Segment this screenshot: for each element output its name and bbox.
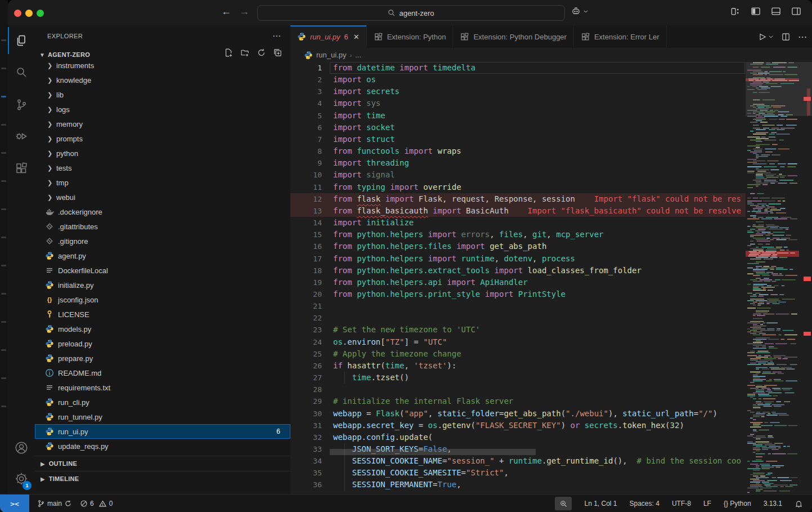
settings-gear-icon[interactable]: 1 <box>8 465 35 492</box>
folder-logs[interactable]: ❯logs <box>35 102 290 117</box>
remote-indicator[interactable]: >< <box>0 495 29 512</box>
python-version[interactable]: 3.13.1 <box>764 500 782 507</box>
explorer-icon[interactable] <box>8 27 35 54</box>
file-requirements.txt[interactable]: requirements.txt <box>35 380 290 395</box>
code-line-7[interactable]: 7import struct <box>290 133 746 145</box>
file-run_tunnel.py[interactable]: run_tunnel.py <box>35 409 290 424</box>
code-line-25[interactable]: 25# Apply the timezone change <box>290 348 746 360</box>
timeline-section[interactable]: ▶ TIMELINE <box>35 471 290 486</box>
code-line-27[interactable]: 27 time.tzset() <box>290 372 746 384</box>
toggle-secondary-sidebar-icon[interactable] <box>791 6 802 17</box>
code-editor[interactable]: 1from datetime import timedelta2import o… <box>290 62 746 494</box>
toggle-panel-icon[interactable] <box>770 6 782 17</box>
code-line-10[interactable]: 10import signal <box>290 169 746 181</box>
split-editor-icon[interactable] <box>781 32 791 42</box>
code-line-36[interactable]: 36 SESSION_PERMANENT=True, <box>290 479 746 491</box>
code-line-16[interactable]: 16from python.helpers.files import get_a… <box>290 241 746 252</box>
editor-more-actions-icon[interactable]: ⋯ <box>798 32 807 42</box>
file-.gitattributes[interactable]: .gitattributes <box>35 219 290 234</box>
run-python-file-button[interactable] <box>757 32 774 42</box>
code-line-11[interactable]: 11from typing import override <box>290 181 746 193</box>
minimap-slider[interactable] <box>746 62 812 116</box>
file-run_ui.py[interactable]: run_ui.py6 <box>35 424 290 439</box>
file-jsconfig.json[interactable]: {}jsconfig.json <box>35 292 290 307</box>
run-and-debug-icon[interactable] <box>8 123 35 150</box>
folder-prompts[interactable]: ❯prompts <box>35 131 290 146</box>
cursor-position[interactable]: Ln 1, Col 1 <box>584 500 617 507</box>
folder-instruments[interactable]: ❯instruments <box>35 61 290 73</box>
branch-item[interactable]: main <box>37 500 72 507</box>
language-mode[interactable]: {} Python <box>724 500 751 507</box>
code-line-14[interactable]: 14import initialize <box>290 217 746 229</box>
file-update_reqs.py[interactable]: update_reqs.py <box>35 439 290 453</box>
customize-layout-icon[interactable] <box>730 6 741 17</box>
code-line-30[interactable]: 30webapp = Flask("app", static_folder=ge… <box>290 408 746 420</box>
minimize-window-button[interactable] <box>25 10 33 17</box>
code-line-31[interactable]: 31webapp.secret_key = os.getenv("FLASK_S… <box>290 420 746 431</box>
code-line-28[interactable]: 28 <box>290 384 746 395</box>
outline-section[interactable]: ▶ OUTLINE <box>35 456 290 471</box>
code-line-5[interactable]: 5import time <box>290 110 746 122</box>
zoom-window-button[interactable] <box>37 10 44 17</box>
navigate-forward-button[interactable]: → <box>239 6 249 17</box>
code-line-13[interactable]: 13from flask_basicauth import BasicAuth … <box>290 205 746 217</box>
folder-python[interactable]: ❯python <box>35 146 290 161</box>
folder-webui[interactable]: ❯webui <box>35 190 290 204</box>
file-models.py[interactable]: models.py <box>35 322 290 336</box>
extensions-icon[interactable] <box>8 155 35 182</box>
new-folder-icon[interactable] <box>240 48 250 57</box>
file-.dockerignore[interactable]: .dockerignore <box>35 204 290 219</box>
file-README.md[interactable]: README.md <box>35 366 290 380</box>
code-line-3[interactable]: 3import secrets <box>290 86 746 97</box>
code-line-2[interactable]: 2import os <box>290 74 746 86</box>
notifications-bell-icon[interactable] <box>795 500 803 508</box>
file-.gitignore[interactable]: .gitignore <box>35 234 290 248</box>
navigate-back-button[interactable]: ← <box>221 6 231 17</box>
code-line-12[interactable]: 12from flask import Flask, request, Resp… <box>290 193 746 205</box>
refresh-icon[interactable] <box>257 48 266 57</box>
code-line-18[interactable]: 18from python.helpers.extract_tools impo… <box>290 265 746 277</box>
tab-extension-error-ler[interactable]: Extension: Error Ler <box>574 25 667 48</box>
horizontal-scrollbar[interactable] <box>330 449 536 455</box>
code-line-26[interactable]: 26if hasattr(time, 'tzset'): <box>290 360 746 372</box>
collapse-folders-icon[interactable] <box>273 48 282 57</box>
close-tab-icon[interactable]: ✕ <box>353 33 360 41</box>
close-window-button[interactable] <box>14 10 21 17</box>
accounts-icon[interactable] <box>8 434 35 461</box>
code-line-19[interactable]: 19from python.helpers.api import ApiHand… <box>290 277 746 288</box>
explorer-more-actions-icon[interactable]: ⋯ <box>272 31 281 41</box>
code-line-1[interactable]: 1from datetime import timedelta <box>290 62 746 74</box>
copilot-icon[interactable] <box>571 6 589 16</box>
code-line-22[interactable]: 22 <box>290 312 746 324</box>
file-prepare.py[interactable]: prepare.py <box>35 351 290 366</box>
toggle-primary-sidebar-icon[interactable] <box>750 6 761 17</box>
file-DockerfileLocal[interactable]: DockerfileLocal <box>35 263 290 278</box>
zoom-indicator-button[interactable] <box>555 497 572 510</box>
tab-extension-python[interactable]: Extension: Python <box>367 25 454 48</box>
code-line-29[interactable]: 29# initialize the internal Flask server <box>290 395 746 407</box>
eol-sequence[interactable]: LF <box>703 500 711 507</box>
code-line-8[interactable]: 8from functools import wraps <box>290 145 746 157</box>
folder-lib[interactable]: ❯lib <box>35 87 290 102</box>
file-initialize.py[interactable]: initialize.py <box>35 278 290 292</box>
file-agent.py[interactable]: agent.py <box>35 248 290 263</box>
code-line-17[interactable]: 17from python.helpers import runtime, do… <box>290 253 746 265</box>
indentation[interactable]: Spaces: 4 <box>630 500 660 507</box>
code-line-24[interactable]: 24os.environ["TZ"] = "UTC" <box>290 336 746 348</box>
folder-knowledge[interactable]: ❯knowledge <box>35 73 290 87</box>
code-line-4[interactable]: 4import sys <box>290 97 746 109</box>
breadcrumb[interactable]: run_ui.py › ... <box>290 48 812 62</box>
new-file-icon[interactable] <box>224 48 234 57</box>
command-center-search[interactable]: agent-zero <box>257 5 565 21</box>
code-line-34[interactable]: 34 SESSION_COOKIE_NAME="session_" + runt… <box>290 455 746 467</box>
problems-item[interactable]: 6 0 <box>80 500 113 508</box>
file-preload.py[interactable]: preload.py <box>35 336 290 351</box>
code-line-6[interactable]: 6import socket <box>290 122 746 133</box>
file-run_cli.py[interactable]: run_cli.py <box>35 395 290 409</box>
folder-tmp[interactable]: ❯tmp <box>35 175 290 190</box>
source-control-icon[interactable] <box>8 91 35 118</box>
code-line-21[interactable]: 21 <box>290 300 746 312</box>
code-line-9[interactable]: 9import threading <box>290 157 746 169</box>
minimap[interactable] <box>746 62 799 494</box>
code-line-32[interactable]: 32webapp.config.update( <box>290 431 746 443</box>
